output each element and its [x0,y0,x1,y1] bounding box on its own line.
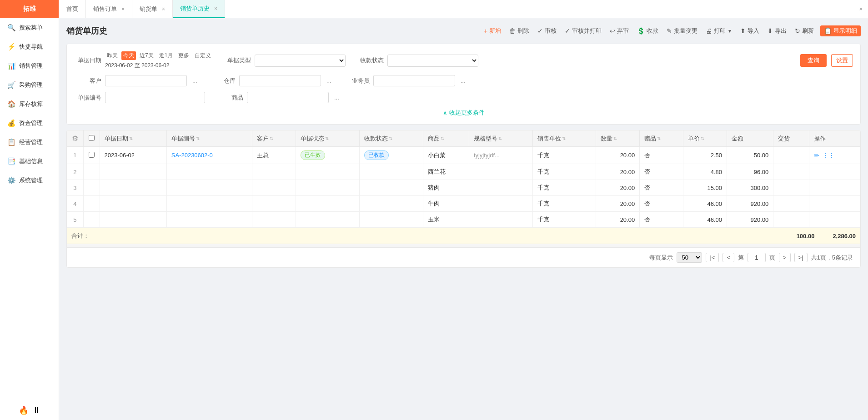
row-1-select-checkbox[interactable] [89,152,95,158]
pagination-prev[interactable]: < [722,253,734,262]
row-1-gift: 否 [640,147,683,164]
th-spec[interactable]: 规格型号 ⇅ [469,130,532,147]
price-sort[interactable]: 单价 ⇅ [688,135,722,143]
row-1-doc-no-link[interactable]: SA-20230602-0 [171,152,213,159]
doc-status-sort[interactable]: 单据状态 ⇅ [301,135,355,143]
query-button[interactable]: 查询 [800,54,827,67]
tab-sales-history[interactable]: 销货单历史 × [173,0,225,18]
gift-sort[interactable]: 赠品 ⇅ [644,135,678,143]
th-doc-no[interactable]: 单据编号 ⇅ [166,130,252,147]
date-1month[interactable]: 近1月 [157,51,175,60]
print-button[interactable]: 🖨 打印 ▼ [704,26,734,36]
sidebar-item-search-menu[interactable]: 🔍 搜索菜单 [0,18,59,37]
sidebar-item-sys-mgmt[interactable]: ⚙️ 系统管理 [0,171,59,190]
table-scrollbar[interactable] [67,244,860,247]
date-more[interactable]: 更多 [176,51,191,60]
show-detail-button[interactable]: 📋 显示明细 [820,25,861,36]
goods-dots[interactable]: ... [334,94,339,101]
customer-input[interactable] [105,75,187,86]
row-1-receipt-status: 已收款 [360,147,423,164]
select-all-checkbox[interactable] [89,135,95,141]
delete-button[interactable]: 🗑 删除 [507,26,531,36]
customer-sort[interactable]: 客户 ⇅ [257,135,291,143]
date-today[interactable]: 今天 [121,51,136,60]
receipt-button[interactable]: 💲 收款 [635,26,660,36]
doc-type-select[interactable] [255,55,346,67]
receipt-icon: 💲 [637,27,645,35]
tab-sales-order-close[interactable]: × [121,6,125,12]
th-goods[interactable]: 商品 ⇅ [423,130,469,147]
sidebar-item-basic-info[interactable]: 📑 基础信息 [0,152,59,171]
th-customer[interactable]: 客户 ⇅ [252,130,296,147]
customer-dots[interactable]: ... [192,77,197,84]
tab-sales-goods-close[interactable]: × [162,6,165,12]
row-1-edit-icon[interactable]: ✏ [814,152,819,159]
tab-home[interactable]: 首页 [59,0,86,18]
tab-sales-goods[interactable]: 销货单 × [132,0,173,18]
tab-sales-order[interactable]: 销售订单 × [86,0,132,18]
pagination-last[interactable]: >| [794,253,808,262]
row-1-doc-status-badge: 已生效 [301,150,325,160]
row-5-checkbox [83,212,100,228]
th-doc-status[interactable]: 单据状态 ⇅ [296,130,360,147]
sidebar-item-sales-mgmt[interactable]: 📊 销售管理 [0,56,59,75]
doc-no-sort[interactable]: 单据编号 ⇅ [171,135,248,143]
refresh-button[interactable]: ↻ 刷新 [793,26,816,36]
doc-status-sort-icon: ⇅ [325,136,329,141]
batch-change-button[interactable]: ✎ 批量变更 [665,26,699,36]
salesperson-dots[interactable]: ... [461,77,466,84]
row-1-more-icon[interactable]: ⋮⋮ [822,152,835,159]
review-print-button[interactable]: ✓ 审核并打印 [563,26,603,36]
pagination-next[interactable]: > [779,253,791,262]
gear-icon[interactable]: ⚙ [72,135,78,142]
warehouse-dots[interactable]: ... [326,77,331,84]
unit-sort[interactable]: 销售单位 ⇅ [537,135,592,143]
tab-sales-history-close[interactable]: × [214,5,217,12]
row-3-unit: 千克 [532,180,596,196]
sidebar-item-fund-mgmt[interactable]: 💰 资金管理 [0,114,59,133]
review-button[interactable]: ✓ 审核 [536,26,558,36]
th-price[interactable]: 单价 ⇅ [683,130,727,147]
print-label: 打印 [714,27,726,35]
sidebar-bottom-pause-icon[interactable]: ⏸ [32,405,40,415]
th-checkbox[interactable] [83,130,100,147]
sidebar-item-purchase-mgmt[interactable]: 🛒 采购管理 [0,75,59,95]
sidebar-item-biz-mgmt[interactable]: 📋 经营管理 [0,133,59,152]
goods-input[interactable] [247,92,329,103]
row-1-doc-no[interactable]: SA-20230602-0 [166,147,252,164]
export-button[interactable]: ⬇ 导出 [766,26,788,36]
doc-no-input[interactable] [105,92,205,103]
receipt-status-sort[interactable]: 收款状态 ⇅ [364,135,418,143]
sidebar-item-quick-nav[interactable]: ⚡ 快捷导航 [0,37,59,56]
date-sort[interactable]: 单据日期 ⇅ [105,135,162,143]
sidebar-bottom-fire-icon[interactable]: 🔥 [19,405,29,415]
qty-sort[interactable]: 数量 ⇅ [601,135,635,143]
th-gear[interactable]: ⚙ [67,130,83,147]
date-7days[interactable]: 近7天 [138,51,156,60]
th-unit[interactable]: 销售单位 ⇅ [532,130,596,147]
th-qty[interactable]: 数量 ⇅ [596,130,640,147]
abandon-button[interactable]: ↩ 弃审 [608,26,631,36]
salesperson-input[interactable] [373,75,455,86]
tab-bar-close-all[interactable]: × [859,5,863,12]
spec-sort[interactable]: 规格型号 ⇅ [474,135,528,143]
th-gift[interactable]: 赠品 ⇅ [640,130,683,147]
sidebar-item-inventory-calc[interactable]: 🏠 库存核算 [0,95,59,114]
goods-sort[interactable]: 商品 ⇅ [428,135,464,143]
import-button[interactable]: ⬆ 导入 [738,26,761,36]
page-input[interactable] [748,253,766,262]
warehouse-input[interactable] [239,75,321,86]
setting-button[interactable]: 设置 [831,54,853,67]
th-date[interactable]: 单据日期 ⇅ [100,130,166,147]
per-page-select[interactable]: 50 100 200 [677,252,702,263]
date-yesterday[interactable]: 昨天 [105,51,120,60]
add-button[interactable]: + 新增 [482,26,503,36]
th-receipt-status[interactable]: 收款状态 ⇅ [360,130,423,147]
collapse-button[interactable]: ∧ 收起更多条件 [443,109,485,117]
row-1-checkbox[interactable] [83,147,100,164]
receipt-status-select[interactable] [387,55,478,67]
row-2-date [100,164,166,180]
table-body: 1 2023-06-02 SA-20230602-0 王总 已生效 [67,147,860,228]
pagination-first[interactable]: |< [706,253,719,262]
date-custom[interactable]: 自定义 [193,51,213,60]
